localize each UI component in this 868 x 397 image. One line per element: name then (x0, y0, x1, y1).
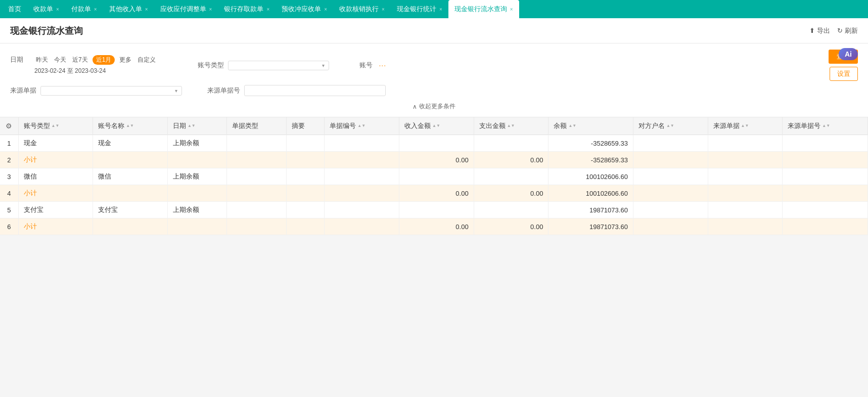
table-cell (708, 202, 783, 218)
th-account-type[interactable]: 账号类型 ▲▼ (18, 117, 93, 135)
close-icon[interactable]: × (510, 7, 513, 12)
nav-receipts[interactable]: 收款单 × (27, 0, 65, 18)
table-cell (227, 135, 286, 152)
chevron-up-icon: ∧ (413, 103, 417, 110)
nav-other-income[interactable]: 其他收入单 × (103, 0, 154, 18)
filter-area: 日期 昨天 今天 近7天 近1月 更多 自定义 2023-02-24 至 202… (0, 43, 868, 117)
account-label: 账号 (359, 61, 375, 70)
ai-badge[interactable]: Ai (839, 48, 858, 60)
nav-home[interactable]: 首页 (2, 0, 27, 18)
table-cell (325, 135, 399, 152)
shortcut-today[interactable]: 今天 (53, 55, 68, 65)
th-counterpart[interactable]: 对方户名 ▲▼ (633, 117, 708, 135)
sort-icon: ▲▼ (568, 124, 576, 128)
table-cell: 现金 (93, 135, 168, 152)
table-cell (325, 218, 399, 235)
sort-icon: ▲▼ (357, 124, 366, 128)
filter-row-date: 日期 昨天 今天 近7天 近1月 更多 自定义 2023-02-24 至 202… (10, 50, 858, 81)
table-cell (286, 168, 325, 185)
th-source-doc-no[interactable]: 来源单据号 ▲▼ (783, 117, 868, 135)
table-row: 5支付宝支付宝上期余额19871073.60 (0, 202, 868, 218)
table-cell: 0.00 (474, 218, 549, 235)
account-type-select[interactable]: ▾ (228, 61, 329, 70)
source-doc-select[interactable]: ▾ (40, 86, 182, 96)
page-header: 现金银行流水查询 ⬆ 导出 ↻ 刷新 (0, 18, 868, 43)
shortcut-1month[interactable]: 近1月 (93, 55, 115, 65)
nav-bank-deposit[interactable]: 银行存取款单 × (218, 0, 276, 18)
collapse-bar[interactable]: ∧ 收起更多条件 (10, 100, 858, 112)
th-doc-no[interactable]: 单据编号 ▲▼ (325, 117, 399, 135)
refresh-button[interactable]: ↻ 刷新 (837, 26, 858, 35)
settings-button[interactable]: 设置 (830, 67, 858, 81)
account-type-label: 账号类型 (198, 61, 224, 70)
nav-ar-ap-adjust[interactable]: 应收应付调整单 × (154, 0, 218, 18)
table-cell (325, 168, 399, 185)
table-cell: 微信 (93, 168, 168, 185)
close-icon[interactable]: × (266, 7, 269, 12)
table-cell: 小计 (18, 185, 93, 202)
nav-payments[interactable]: 付款单 × (65, 0, 103, 18)
close-icon[interactable]: × (324, 7, 327, 12)
table-cell (474, 168, 549, 185)
table-cell: 上期余额 (167, 202, 226, 218)
date-range: 2023-02-24 至 2023-03-24 (34, 67, 157, 75)
table-cell (708, 135, 783, 152)
th-balance[interactable]: 余额 ▲▼ (549, 117, 633, 135)
sort-icon: ▲▼ (52, 124, 60, 128)
export-button[interactable]: ⬆ 导出 (809, 26, 830, 35)
table-cell (227, 168, 286, 185)
close-icon[interactable]: × (439, 7, 442, 12)
close-icon[interactable]: × (382, 7, 385, 12)
table-cell: 19871073.60 (549, 202, 633, 218)
table-cell: 支付宝 (18, 202, 93, 218)
nav-receipt-verify[interactable]: 收款核销执行 × (333, 0, 391, 18)
close-icon[interactable]: × (209, 7, 212, 12)
account-picker-button[interactable]: ··· (379, 61, 386, 69)
table-cell: 0.00 (399, 218, 474, 235)
th-source-doc[interactable]: 来源单据 ▲▼ (708, 117, 783, 135)
chevron-down-icon: ▾ (322, 63, 325, 68)
shortcut-yesterday[interactable]: 昨天 (34, 55, 50, 65)
column-settings-icon[interactable]: ⚙ (6, 122, 12, 130)
table-cell: 小计 (18, 152, 93, 168)
shortcut-7days[interactable]: 近7天 (71, 55, 89, 65)
sort-icon: ▲▼ (507, 124, 515, 128)
shortcut-custom[interactable]: 自定义 (136, 55, 157, 65)
close-icon[interactable]: × (94, 7, 97, 12)
nav-cash-bank-stats[interactable]: 现金银行统计 × (391, 0, 448, 18)
table-cell (708, 218, 783, 235)
table-cell (325, 152, 399, 168)
close-icon[interactable]: × (145, 7, 148, 12)
table-cell (227, 185, 286, 202)
table-cell: -3528659.33 (549, 135, 633, 152)
table-cell: 0.00 (399, 185, 474, 202)
th-income[interactable]: 收入金额 ▲▼ (399, 117, 474, 135)
table-cell (93, 185, 168, 202)
table-cell (167, 218, 226, 235)
table-cell: 上期余额 (167, 135, 226, 152)
table-cell: 1 (0, 135, 18, 152)
shortcut-more[interactable]: 更多 (118, 55, 133, 65)
table-cell (708, 152, 783, 168)
source-doc-no-input[interactable] (244, 85, 386, 96)
table-cell: 现金 (18, 135, 93, 152)
table-cell (167, 152, 226, 168)
table-cell (783, 135, 868, 152)
th-expense[interactable]: 支出金额 ▲▼ (474, 117, 549, 135)
table-cell (286, 218, 325, 235)
sort-icon: ▲▼ (741, 124, 749, 128)
source-doc-label: 来源单据 (10, 86, 36, 95)
table-cell (633, 185, 708, 202)
th-account-name[interactable]: 账号名称 ▲▼ (93, 117, 168, 135)
table-cell (708, 185, 783, 202)
th-date[interactable]: 日期 ▲▼ (167, 117, 226, 135)
source-doc-no-label: 来源单据号 (207, 86, 240, 95)
nav-advance-offset[interactable]: 预收冲应收单 × (276, 0, 333, 18)
close-icon[interactable]: × (56, 7, 59, 12)
table-cell (474, 135, 549, 152)
table-cell: -3528659.33 (549, 152, 633, 168)
table-cell (633, 152, 708, 168)
nav-cash-bank-flow[interactable]: 现金银行流水查询 × (448, 0, 519, 18)
sort-icon: ▲▼ (822, 124, 830, 128)
table-cell: 0.00 (474, 152, 549, 168)
